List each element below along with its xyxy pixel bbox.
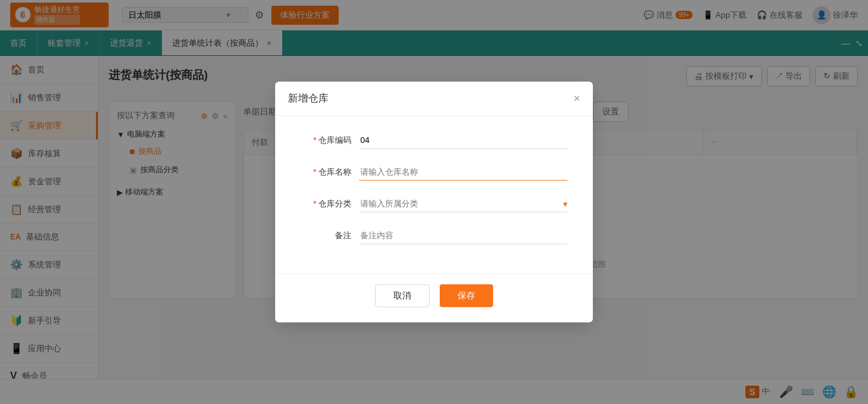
modal-close-button[interactable]: ×: [573, 92, 580, 105]
remark-input[interactable]: [359, 227, 567, 245]
save-button[interactable]: 保存: [440, 285, 493, 307]
category-chevron-icon: ▾: [563, 198, 567, 208]
form-row-code: 仓库编码: [301, 131, 567, 149]
category-select-input[interactable]: [359, 195, 563, 212]
form-row-category: 仓库分类 ▾: [301, 195, 567, 213]
modal-add-warehouse: 新增仓库 × 仓库编码 仓库名称 仓库分类 ▾ 备注 取消 保存: [275, 82, 593, 323]
category-select[interactable]: ▾: [359, 195, 567, 213]
modal-body: 仓库编码 仓库名称 仓库分类 ▾ 备注: [275, 116, 593, 269]
form-row-name: 仓库名称: [301, 163, 567, 181]
form-row-remark: 备注: [301, 227, 567, 245]
warehouse-code-input[interactable]: [359, 131, 567, 149]
form-label-name: 仓库名称: [301, 166, 351, 178]
modal-footer: 取消 保存: [275, 274, 593, 323]
modal-header: 新增仓库 ×: [275, 82, 593, 116]
warehouse-name-input[interactable]: [359, 163, 567, 181]
modal-title: 新增仓库: [288, 92, 329, 105]
form-label-remark: 备注: [301, 230, 351, 241]
cancel-button[interactable]: 取消: [375, 285, 430, 307]
form-label-code: 仓库编码: [301, 135, 351, 146]
form-label-category: 仓库分类: [301, 198, 351, 210]
